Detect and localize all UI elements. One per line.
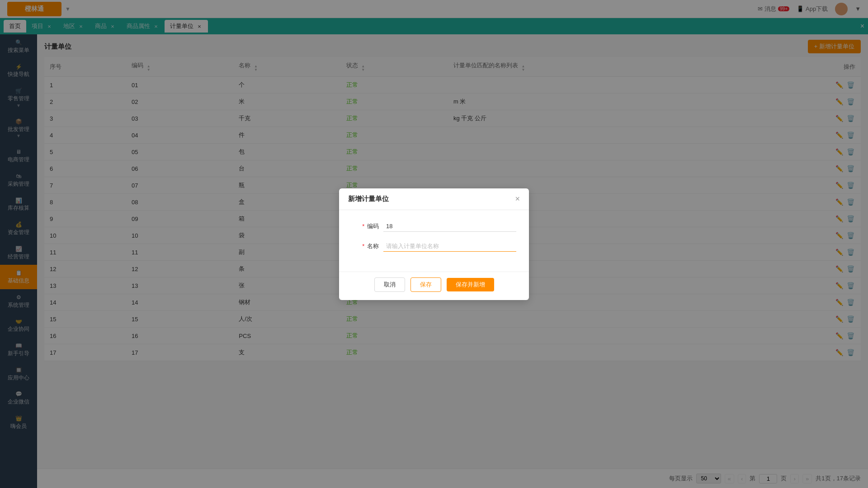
form-row-name: * 名称 [352,241,516,252]
cancel-btn[interactable]: 取消 [374,277,405,292]
code-input[interactable] [383,221,516,232]
save-and-new-btn[interactable]: 保存并新增 [447,278,494,291]
modal-body: * 编码 * 名称 [339,210,529,272]
form-row-code: * 编码 [352,221,516,232]
modal-add-unit: 新增计量单位 × * 编码 * 名称 取消 保存 保存并新增 [339,188,529,300]
modal-close-btn[interactable]: × [515,195,520,203]
name-label: * 名称 [352,242,379,250]
modal-footer: 取消 保存 保存并新增 [339,272,529,300]
modal-overlay[interactable]: 新增计量单位 × * 编码 * 名称 取消 保存 保存并新增 [0,0,868,488]
required-star-code: * [362,223,364,230]
modal-header: 新增计量单位 × [339,188,529,210]
name-input[interactable] [383,241,516,252]
modal-title: 新增计量单位 [348,195,389,203]
code-label: * 编码 [352,222,379,230]
required-star-name: * [362,243,364,249]
save-btn[interactable]: 保存 [410,277,441,292]
